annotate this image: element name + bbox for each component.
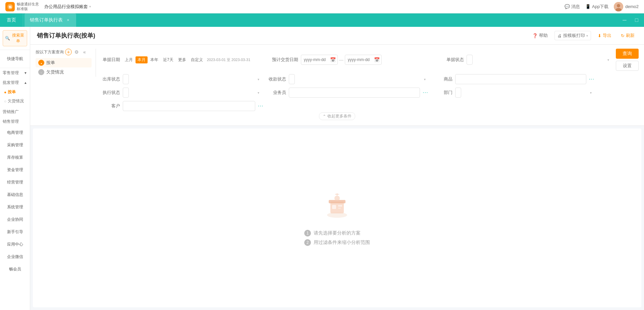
filter-expected-date-field: 预计交货日期 📅 — 📅 [272, 55, 440, 65]
collapse-button[interactable]: ⌃ 收起更多条件 [319, 112, 355, 120]
user-avatar[interactable]: demo2 [614, 2, 639, 11]
search-icon: 🔍 [5, 36, 10, 41]
date-tab-custom[interactable]: 自定义 [189, 56, 205, 63]
scheme-collapse-button[interactable]: « [81, 49, 88, 55]
tab-sales-order[interactable]: 销售订单执行表 × [24, 13, 76, 27]
tab-minimize-button[interactable]: ─ [620, 15, 629, 25]
payment-status-select[interactable] [289, 74, 295, 84]
wholesale-submenu: ● 按单 ○ 欠货情况 [0, 88, 30, 107]
export-icon: ⬇ [598, 33, 601, 38]
sidebar-item-enterprise[interactable]: 企业协同 [1, 214, 29, 225]
filter-date-field: 单据日期 上月 本月 本年 近7天 更多 自定义 20 [100, 56, 268, 63]
date-tabs: 上月 本月 本年 近7天 更多 自定义 [123, 56, 205, 63]
date-tab-this-year[interactable]: 本年 [148, 56, 160, 63]
delivery-status-select[interactable] [123, 74, 129, 84]
sidebar-sub-item-order[interactable]: ● 按单 [1, 88, 29, 97]
sidebar-item-finance[interactable]: 资金管理 [1, 164, 29, 175]
scheme-add-button[interactable]: + [65, 49, 72, 55]
dept-label: 部门 [432, 90, 452, 96]
date-range-inputs: 📅 — 📅 [301, 55, 382, 65]
sidebar-item-retail[interactable]: 零售管理 ▼ [0, 68, 30, 78]
tab-home[interactable]: 首页 [0, 13, 23, 27]
date-tab-last7[interactable]: 近7天 [161, 56, 175, 63]
salesperson-input[interactable] [289, 88, 420, 98]
filter-dept-field: 部门 ▾ [432, 88, 594, 98]
scheme-header-label: 按以下方案查询 [36, 49, 64, 55]
sidebar-sub-item-debt[interactable]: ○ 欠货情况 [1, 97, 29, 106]
status-label: 单据状态 [444, 57, 464, 63]
expected-date-end-input[interactable] [345, 55, 382, 65]
exec-status-select[interactable] [123, 88, 129, 98]
scheme-item-debt[interactable]: ○ 欠货情况 [36, 67, 92, 77]
scheme-order-icon: ● [38, 60, 44, 66]
sidebar-item-marketing[interactable]: 营销推广 [0, 107, 30, 117]
scheme-item-order[interactable]: ● 按单 [36, 58, 92, 67]
customer-dots-button[interactable]: ··· [258, 103, 263, 109]
expected-date-start-input[interactable] [301, 55, 338, 65]
export-button[interactable]: ⬇ 导出 [595, 31, 614, 40]
sidebar-item-system[interactable]: 系统管理 [1, 202, 29, 213]
goods-dots-button[interactable]: ··· [589, 76, 594, 82]
sidebar-item-app-center[interactable]: 应用中心 [1, 239, 29, 250]
dept-select[interactable] [455, 88, 461, 98]
print-button[interactable]: 🖨 按模板打印 ▾ [554, 31, 591, 40]
sidebar-item-basic[interactable]: 基础信息 [1, 189, 29, 200]
filter-status-field: 单据状态 ▾ [444, 55, 612, 65]
tab-close-button[interactable]: × [65, 17, 71, 23]
sidebar-item-corp-wechat[interactable]: 企业微信 [1, 251, 29, 262]
tip-text-2: 用过滤条件来缩小分析范围 [314, 240, 370, 246]
chevron-down-icon: ▾ [258, 78, 259, 81]
filter-customer-field: 客户 ··· [100, 101, 263, 111]
svg-point-3 [617, 4, 620, 7]
clock-icon: ○ [4, 99, 6, 104]
salesperson-dots-button[interactable]: ··· [423, 90, 428, 96]
tab-maximize-button[interactable]: □ [632, 15, 641, 25]
logo: 畅 畅捷通好生意 标准版 [5, 2, 39, 11]
sidebar-item-member[interactable]: 畅会员 [1, 264, 29, 275]
sidebar-item-sales[interactable]: 销售管理 [0, 117, 30, 126]
date-separator: — [339, 57, 343, 62]
username-label: demo2 [625, 4, 639, 9]
customer-input[interactable] [123, 101, 255, 111]
filter-exec-status-field: 执行状态 ▾ [100, 88, 262, 98]
search-button[interactable]: 查询 [616, 49, 639, 59]
goods-input[interactable] [455, 74, 586, 84]
expected-date-label: 预计交货日期 [272, 57, 298, 63]
date-tab-this-month[interactable]: 本月 [136, 56, 148, 63]
chevron-icon: ▼ [24, 71, 27, 75]
sidebar-item-purchase[interactable]: 采购管理 [1, 140, 29, 151]
help-icon: ❓ [532, 33, 538, 38]
svg-rect-12 [332, 205, 336, 209]
scheme-settings-button[interactable]: ⚙ [73, 49, 80, 55]
sidebar-item-quick-nav[interactable]: 快捷导航 [1, 53, 29, 64]
svg-text:畅: 畅 [9, 5, 12, 9]
payment-status-label: 收款状态 [266, 76, 286, 82]
sidebar-item-guide[interactable]: 新手引导 [1, 226, 29, 238]
refresh-button[interactable]: ↻ 刷新 [618, 31, 637, 40]
filter-panel: 按以下方案查询 + ⚙ « ● 按单 [30, 45, 644, 126]
expected-date-end-wrap: 📅 [345, 55, 382, 65]
customer-label: 客户 [100, 103, 120, 109]
filter-delivery-status-field: 出库状态 ▾ [100, 74, 262, 84]
sidebar-item-operation[interactable]: 经营管理 [1, 177, 29, 188]
date-tab-last-month[interactable]: 上月 [123, 56, 135, 63]
app-download-button[interactable]: 📱 App下载 [585, 4, 608, 10]
sidebar-search-section: 🔍 搜索菜单 [0, 27, 30, 50]
help-button[interactable]: ❓ 帮助 [530, 31, 550, 40]
status-select[interactable] [467, 55, 473, 65]
settings-button[interactable]: 设置 [616, 61, 639, 71]
sidebar-item-ecommerce[interactable]: 电商管理 [1, 127, 29, 138]
scheme-actions: + ⚙ « [65, 49, 88, 55]
svg-point-15 [334, 196, 340, 201]
filter-buttons: 查询 设置 [616, 49, 639, 71]
sidebar-item-wholesale[interactable]: 批发管理 ▲ [0, 78, 30, 88]
sidebar-item-inventory[interactable]: 库存核算 [1, 152, 29, 163]
filter-goods-field: 商品 ··· [432, 74, 594, 84]
message-button[interactable]: 💬 消息 [565, 4, 580, 10]
sidebar: 🔍 搜索菜单 快捷导航 零售管理 ▼ 批发管理 ▲ ● 按单 ○ 欠货情况 [0, 27, 30, 310]
empty-tips: 1 请先选择要分析的方案 2 用过滤条件来缩小分析范围 [304, 230, 370, 246]
date-tab-more[interactable]: 更多 [176, 56, 188, 63]
search-menu-button[interactable]: 🔍 搜索菜单 [3, 30, 27, 46]
app-selector[interactable]: 办公用品行业模拟账套 ▾ [42, 2, 94, 11]
collapse-label: 收起更多条件 [327, 113, 352, 119]
